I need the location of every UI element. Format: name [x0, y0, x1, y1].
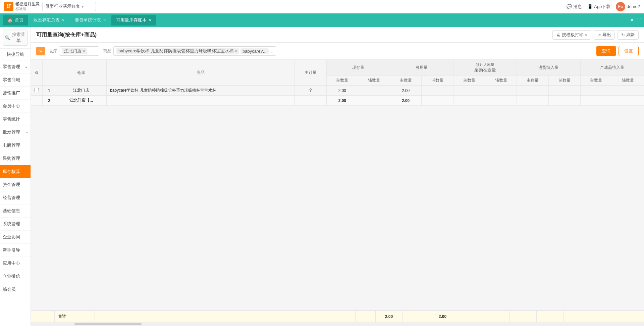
tab-receipts[interactable]: 收发存汇总表 ✕	[29, 15, 69, 26]
sidebar-item-member[interactable]: 畅会员	[0, 283, 31, 296]
top-bar-left: 好 畅捷通好生意 标准版 母婴行业演示账套 ▾	[4, 2, 96, 11]
sidebar-item-ecommerce[interactable]: 电商管理	[0, 139, 31, 152]
sidebar-item-label: 企业微信	[3, 273, 20, 279]
chevron-icon: ▾	[26, 131, 28, 134]
sidebar-item-app-center[interactable]: 应用中心	[0, 257, 31, 270]
sidebar-item-label: 资金管理	[3, 182, 20, 188]
content-inner: ⚙ 仓库 商品 主计量 现存量 可用量 预计入库量 采购在途量 进货待入量	[31, 60, 644, 326]
sidebar-item-basic-info[interactable]: 基础信息	[0, 204, 31, 218]
sidebar-item-enterprise[interactable]: 企业协同	[0, 231, 31, 244]
logo-text: 畅捷通好生意	[15, 2, 40, 6]
th-available: 可用量	[390, 60, 453, 76]
tab-receipts-close[interactable]: ✕	[62, 18, 65, 22]
product-filter-input[interactable]: babycare学饮杯 儿童防摔防撞吸管杯重力球吸嘴杯宝宝水杯 ✕ babyca…	[113, 46, 276, 56]
main-layout: 🔍 搜索菜单 快捷导航 零售管理 ▲ 零售商城 营销推广 会员中心 零售统计 批…	[0, 27, 644, 326]
window-expand-icon[interactable]: ⛶	[637, 17, 641, 23]
th-prod-aux: 辅数量	[612, 76, 644, 86]
product-filter-label: 商品	[103, 48, 111, 54]
sidebar-item-marketing[interactable]: 营销推广	[0, 87, 31, 100]
product-tag-text-2: babycare?...	[243, 49, 267, 54]
export-button[interactable]: ↗ 导出	[594, 30, 615, 40]
sidebar-item-new-guide[interactable]: 新手引导	[0, 244, 31, 257]
th-product: 商品	[107, 60, 295, 86]
th-current-main: 主数量	[326, 76, 358, 86]
search-menu-label: 搜索菜单	[11, 32, 26, 44]
summary-pending-aux	[564, 311, 590, 322]
summary-label: 合计	[55, 311, 95, 322]
summary-transit-aux	[510, 311, 537, 322]
row-checkbox[interactable]	[35, 88, 39, 92]
user-action[interactable]: Ea demo2	[616, 2, 640, 11]
tab-available-stock-label: 可用量库存账本	[116, 17, 147, 23]
sidebar-item-retail-stats[interactable]: 零售统计	[0, 113, 31, 126]
print-template-button[interactable]: 🖨 按模板打印 ▾	[552, 30, 591, 40]
cell-product: babycare学饮杯 儿童防摔防撞吸管杯重力球吸嘴杯宝宝水杯	[107, 86, 295, 96]
logo-icon: 好	[4, 2, 13, 11]
app-download-action[interactable]: 📱 App下载	[587, 4, 610, 10]
horizontal-scrollbar[interactable]	[31, 322, 644, 326]
app-label: App下载	[594, 4, 610, 10]
tab-order-stats-close[interactable]: ✕	[103, 18, 106, 22]
warehouse-tag-text: 江北门店	[64, 48, 82, 54]
sidebar-item-retail-mgmt[interactable]: 零售管理 ▲	[0, 60, 31, 74]
th-purchase-pending: 进货待入量	[517, 60, 580, 76]
sidebar-item-system[interactable]: 系统管理	[0, 218, 31, 231]
warehouse-more-button[interactable]: ...	[89, 49, 92, 53]
table-wrapper[interactable]: ⚙ 仓库 商品 主计量 现存量 可用量 预计入库量 采购在途量 进货待入量	[31, 60, 644, 310]
summary-current-main: 2.00	[376, 311, 402, 322]
sidebar-item-finance[interactable]: 资金管理	[0, 178, 31, 191]
message-action[interactable]: 💬 消息	[567, 4, 582, 10]
refresh-button[interactable]: ↻ 刷新	[618, 30, 639, 40]
cell-warehouse: 江北门店【...	[56, 96, 107, 106]
th-avail-main: 主数量	[390, 76, 422, 86]
summary-table: 合计 2.00 2.00	[31, 311, 644, 322]
sidebar-item-label: 系统管理	[3, 221, 20, 227]
sidebar-item-label: 采购管理	[3, 155, 20, 161]
product-tag-1: babycare学饮杯 儿童防摔防撞吸管杯重力球吸嘴杯宝宝水杯 ✕	[116, 48, 239, 54]
cell-checkbox[interactable]	[31, 96, 43, 106]
cell-current-main: 2.00	[326, 96, 358, 106]
tab-order-stats[interactable]: 要货单统计表 ✕	[70, 15, 111, 26]
query-button[interactable]: 查询	[596, 46, 616, 56]
print-icon: 🖨	[556, 33, 560, 38]
tenant-selector[interactable]: 母婴行业演示账套 ▾	[42, 2, 96, 11]
sidebar-item-inventory[interactable]: 库存核算	[0, 165, 31, 178]
tab-available-stock[interactable]: 可用量库存账本 ✕	[111, 15, 156, 26]
sidebar-item-purchase[interactable]: 采购管理	[0, 152, 31, 165]
sidebar-item-label: 经营管理	[3, 195, 20, 201]
summary-empty-2	[41, 311, 55, 322]
sidebar-item-label: 畅会员	[3, 286, 16, 292]
nav-tabs: 🏠 首页 收发存汇总表 ✕ 要货单统计表 ✕ 可用量库存账本 ✕ ✕ ⛶	[0, 13, 644, 27]
sidebar-item-retail-mall[interactable]: 零售商城	[0, 74, 31, 87]
tab-home[interactable]: 🏠 首页	[3, 15, 28, 26]
sidebar-item-member-center[interactable]: 会员中心	[0, 100, 31, 113]
warehouse-tag-close[interactable]: ✕	[83, 49, 85, 53]
tab-available-stock-close[interactable]: ✕	[149, 18, 152, 22]
th-avail-aux: 辅数量	[422, 76, 453, 86]
summary-prod-main	[590, 311, 617, 322]
table-row: 1 江北门店 babycare学饮杯 儿童防摔防撞吸管杯重力球吸嘴杯宝宝水杯 个…	[31, 86, 644, 96]
filter-area: » 仓库 江北门店 ✕ ... 商品 babycare学饮杯 儿童防摔防撞吸管杯…	[31, 43, 644, 60]
product-tag-1-close[interactable]: ✕	[234, 49, 237, 53]
top-bar: 好 畅捷通好生意 标准版 母婴行业演示账套 ▾ 💬 消息 📱 App下载 Ea …	[0, 0, 644, 13]
table-row: 2 江北门店【... 2.00 2.00	[31, 96, 644, 106]
sidebar-item-operations[interactable]: 经营管理	[0, 191, 31, 204]
app-icon: 📱	[587, 4, 593, 9]
sidebar-item-enterprise-wechat[interactable]: 企业微信	[0, 270, 31, 283]
cell-checkbox[interactable]	[31, 86, 43, 96]
scroll-thumb[interactable]	[74, 323, 142, 325]
page-title: 可用量查询(按仓库+商品)	[36, 32, 97, 39]
settings-button[interactable]: 设置	[619, 46, 639, 56]
search-menu-button[interactable]: 🔍 搜索菜单	[3, 30, 28, 46]
window-close-icon[interactable]: ✕	[630, 17, 634, 23]
sidebar-item-wholesale-mgmt[interactable]: 批发管理 ▾	[0, 126, 31, 139]
product-more-button[interactable]: ...	[270, 49, 273, 53]
filter-toggle-button[interactable]: »	[36, 47, 45, 55]
print-label: 按模板打印	[562, 32, 584, 38]
sidebar-nav-button[interactable]: 快捷导航	[0, 49, 31, 60]
cell-num: 1	[43, 86, 56, 96]
cell-transit-aux	[485, 86, 517, 96]
refresh-label: 刷新	[626, 32, 635, 38]
warehouse-filter-input[interactable]: 江北门店 ✕ ...	[59, 46, 99, 56]
cell-transit-main	[453, 86, 485, 96]
